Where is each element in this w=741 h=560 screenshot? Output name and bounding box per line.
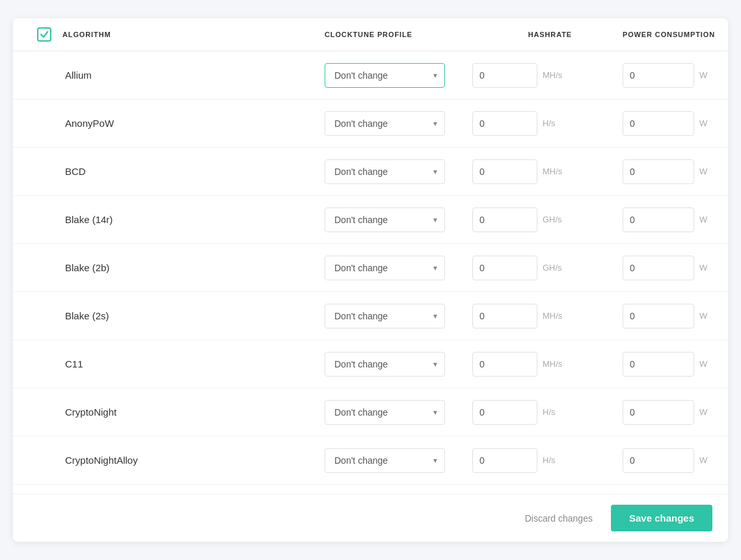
hashrate-unit-3: GH/s <box>543 215 565 224</box>
hashrate-input-3[interactable] <box>472 207 537 232</box>
power-input-4[interactable] <box>623 256 694 280</box>
table-row: Blake (2s) Don't change ▾ MH/s W <box>13 292 728 340</box>
table-row: CryptoNightAlloy Don't change ▾ H/s W <box>13 436 728 485</box>
table-row: C11 Don't change ▾ MH/s W <box>13 340 728 388</box>
power-cell-5: W <box>572 304 715 328</box>
power-cell-0: W <box>572 63 715 88</box>
power-cell-7: W <box>572 400 715 425</box>
power-input-5[interactable] <box>623 304 694 328</box>
table-row: Blake (2b) Don't change ▾ GH/s W <box>13 244 728 292</box>
hashrate-cell-0: MH/s <box>455 63 572 88</box>
profile-select-2[interactable]: Don't change ▾ <box>325 159 445 184</box>
power-unit-6: W <box>699 359 708 369</box>
hashrate-cell-6: MH/s <box>455 352 572 377</box>
power-input-8[interactable] <box>623 448 694 473</box>
hashrate-unit-2: MH/s <box>543 167 565 176</box>
power-cell-3: W <box>572 207 715 232</box>
profile-select-0[interactable]: Don't change ▾ <box>325 63 445 88</box>
hashrate-cell-7: H/s <box>455 400 572 425</box>
power-input-6[interactable] <box>623 352 694 377</box>
power-cell-2: W <box>572 159 715 184</box>
table-row: CryptoNight Don't change ▾ H/s W <box>13 388 728 436</box>
power-cell-8: W <box>572 448 715 473</box>
save-button[interactable]: Save changes <box>611 505 712 531</box>
table-row: Blake (14r) Don't change ▾ GH/s W <box>13 196 728 244</box>
power-cell-6: W <box>572 352 715 377</box>
profile-select-8[interactable]: Don't change ▾ <box>325 448 445 473</box>
hashrate-unit-7: H/s <box>543 407 565 417</box>
hashrate-cell-5: MH/s <box>455 304 572 328</box>
hashrate-unit-1: H/s <box>543 118 565 128</box>
algo-name-0: Allium <box>62 70 325 81</box>
select-all-checkbox[interactable] <box>37 27 51 42</box>
profile-select-1[interactable]: Don't change ▾ <box>325 111 445 136</box>
table-row: Allium Don't change ▾ MH/s W <box>13 51 728 100</box>
profile-select-3[interactable]: Don't change ▾ <box>325 207 445 232</box>
algo-name-3: Blake (14r) <box>62 214 325 225</box>
hashrate-cell-8: H/s <box>455 448 572 473</box>
hashrate-cell-1: H/s <box>455 111 572 136</box>
power-col-header: POWER CONSUMPTION <box>572 31 715 38</box>
algo-name-1: AnonyPoW <box>62 118 325 129</box>
algo-name-6: C11 <box>62 358 325 369</box>
power-cell-1: W <box>572 111 715 136</box>
power-unit-3: W <box>699 215 708 224</box>
hashrate-input-8[interactable] <box>472 448 537 473</box>
profile-select-7[interactable]: Don't change ▾ <box>325 400 445 425</box>
footer: Discard changes Save changes <box>13 494 728 542</box>
profile-select-6[interactable]: Don't change ▾ <box>325 352 445 377</box>
hashrate-col-header: HASHRATE <box>455 31 572 38</box>
power-input-0[interactable] <box>623 63 694 88</box>
table-row: BCD Don't change ▾ MH/s W <box>13 148 728 196</box>
power-input-1[interactable] <box>623 111 694 136</box>
hashrate-input-1[interactable] <box>472 111 537 136</box>
algorithm-col-header: ALGORITHM <box>62 31 325 38</box>
power-input-2[interactable] <box>623 159 694 184</box>
main-card: ALGORITHM CLOCKTUNE PROFILE HASHRATE POW… <box>13 18 728 542</box>
power-unit-4: W <box>699 263 708 273</box>
hashrate-unit-0: MH/s <box>543 70 565 80</box>
hashrate-input-2[interactable] <box>472 159 537 184</box>
algo-name-2: BCD <box>62 166 325 177</box>
hashrate-input-6[interactable] <box>472 352 537 377</box>
hashrate-cell-4: GH/s <box>455 256 572 280</box>
power-unit-2: W <box>699 167 708 176</box>
power-unit-7: W <box>699 407 708 417</box>
hashrate-input-4[interactable] <box>472 256 537 280</box>
algo-name-8: CryptoNightAlloy <box>62 455 325 466</box>
discard-button[interactable]: Discard changes <box>517 507 600 530</box>
hashrate-unit-8: H/s <box>543 455 565 465</box>
table-body: Allium Don't change ▾ MH/s W AnonyPoW Do… <box>13 51 728 494</box>
hashrate-unit-5: MH/s <box>543 311 565 321</box>
hashrate-unit-6: MH/s <box>543 359 565 369</box>
profile-select-4[interactable]: Don't change ▾ <box>325 256 445 280</box>
hashrate-unit-4: GH/s <box>543 263 565 273</box>
clocktune-col-header: CLOCKTUNE PROFILE <box>325 31 455 38</box>
header-checkbox-cell <box>26 27 62 42</box>
hashrate-input-0[interactable] <box>472 63 537 88</box>
power-unit-5: W <box>699 311 708 321</box>
table-row: AnonyPoW Don't change ▾ H/s W <box>13 100 728 148</box>
algo-name-7: CryptoNight <box>62 407 325 418</box>
hashrate-input-7[interactable] <box>472 400 537 425</box>
power-unit-1: W <box>699 118 708 128</box>
power-unit-8: W <box>699 455 708 465</box>
power-unit-0: W <box>699 70 708 80</box>
algo-name-4: Blake (2b) <box>62 262 325 273</box>
profile-select-5[interactable]: Don't change ▾ <box>325 304 445 328</box>
table-row: CryptoNightArto Don't change ▾ H/s W <box>13 485 728 494</box>
table-header: ALGORITHM CLOCKTUNE PROFILE HASHRATE POW… <box>13 18 728 51</box>
power-input-7[interactable] <box>623 400 694 425</box>
hashrate-cell-2: MH/s <box>455 159 572 184</box>
power-input-3[interactable] <box>623 207 694 232</box>
power-cell-4: W <box>572 256 715 280</box>
algo-name-5: Blake (2s) <box>62 310 325 321</box>
hashrate-cell-3: GH/s <box>455 207 572 232</box>
hashrate-input-5[interactable] <box>472 304 537 328</box>
